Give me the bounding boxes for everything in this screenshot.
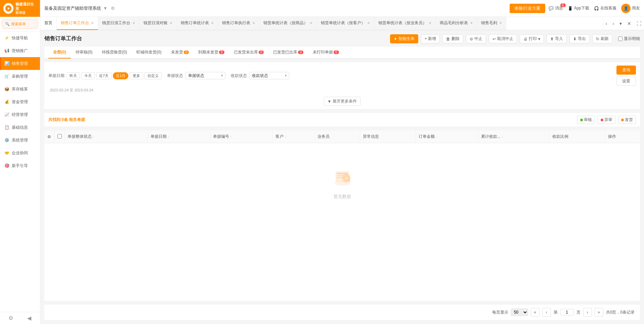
- col-date[interactable]: 单据日期: [147, 130, 210, 143]
- tab-scroll-left[interactable]: ‹: [603, 17, 610, 30]
- sidebar-item-marketing[interactable]: 📢 营销推广: [0, 44, 40, 57]
- tab-sales-workbench[interactable]: 销售订单工作台 ✕: [57, 17, 98, 30]
- col-status[interactable]: 单据整体状态: [65, 130, 147, 143]
- sidebar-item-sales[interactable]: 📊 销售管理: [0, 57, 40, 70]
- custom-date-btn[interactable]: 自定义: [144, 72, 162, 79]
- settings-icon[interactable]: ⚙: [111, 6, 115, 11]
- yesterday-btn[interactable]: 昨天: [67, 72, 80, 79]
- subtab-shipped-out[interactable]: 已发货已出库0: [268, 47, 308, 58]
- import-button[interactable]: ⬆ 导入: [547, 34, 567, 43]
- sidebar-item-inventory[interactable]: 📦 库存核算: [0, 83, 40, 95]
- tab-close-gross-profit[interactable]: ✕: [470, 21, 473, 25]
- payment-select[interactable]: 收款状态: [249, 72, 289, 79]
- ai-generate-button[interactable]: ✦ 智能生单: [390, 34, 418, 43]
- tab-sales-exec[interactable]: 销售订单执行表 ✕: [218, 17, 259, 30]
- tab-cash-reconcile[interactable]: 钱货日清对账 ✕: [139, 17, 177, 30]
- subtab-not-printed[interactable]: 未打印单据0: [308, 47, 344, 58]
- sidebar-search-area: 🔍 搜索菜单: [0, 17, 40, 32]
- tab-close-summary-product[interactable]: ✕: [310, 21, 312, 25]
- prev-page-button[interactable]: ‹: [542, 308, 551, 317]
- subtab-wangpu[interactable]: 旺铺待发货(0): [132, 47, 166, 58]
- tab-cash-daily[interactable]: 钱货日清工作台 ✕: [98, 17, 139, 30]
- last1month-btn[interactable]: 近1月: [113, 72, 128, 79]
- tab-close-summary-staff[interactable]: ✕: [429, 21, 431, 25]
- search-menu-button[interactable]: 🔍 搜索菜单: [2, 19, 38, 29]
- tab-more[interactable]: ▾: [617, 17, 625, 30]
- subtab-shipped-not-out[interactable]: 已发货未出库0: [229, 47, 269, 58]
- sidebar-item-operation[interactable]: 📈 经营管理: [0, 108, 40, 121]
- col-collected[interactable]: 累计收款...: [478, 130, 550, 143]
- col-customer[interactable]: 客户: [272, 130, 314, 143]
- status-select[interactable]: 单据状态: [185, 72, 225, 79]
- tab-close-sales-stats[interactable]: ✕: [211, 21, 214, 25]
- subtab-all[interactable]: 全部(0): [48, 47, 71, 58]
- tab-close-sales-profit[interactable]: ✕: [499, 21, 502, 25]
- subtab-pending-review[interactable]: 待审核(0): [71, 47, 97, 58]
- query-button[interactable]: 查询: [616, 66, 636, 75]
- today-btn[interactable]: 今天: [81, 72, 95, 79]
- basic-icon: 📋: [4, 124, 10, 130]
- cancel-review-action-button[interactable]: 弃审: [598, 116, 615, 124]
- payment-filter: 收款状态 收款状态: [231, 72, 289, 79]
- tab-close-cash-reconcile[interactable]: ✕: [170, 21, 172, 25]
- print-button[interactable]: 🖨 打印 ▾: [520, 34, 544, 43]
- delete-button[interactable]: 🗑 删除: [442, 34, 463, 43]
- tab-close-cash-daily[interactable]: ✕: [132, 21, 135, 25]
- tab-scroll-right[interactable]: ›: [610, 17, 617, 30]
- settings-footer-button[interactable]: ⚙: [3, 315, 19, 321]
- subtab-not-shipped[interactable]: 未发货0: [166, 47, 194, 58]
- industry-btn[interactable]: 体验行业方案: [510, 4, 545, 13]
- next-page-button[interactable]: ›: [583, 308, 592, 317]
- tab-close-all[interactable]: ✕: [625, 17, 634, 30]
- tab-sales-stats[interactable]: 销售订单统计表 ✕: [177, 17, 218, 30]
- sidebar-item-guide[interactable]: 🎯 新手引导: [0, 159, 40, 172]
- sidebar-item-quick-nav[interactable]: ⚡ 快捷导航: [0, 32, 40, 44]
- tab-sales-summary-product[interactable]: 销货单统计表（按商品） ✕: [259, 17, 317, 30]
- tab-sales-summary-customer[interactable]: 销货单统计表（按客户） ✕: [317, 17, 374, 30]
- sidebar-item-finance[interactable]: 💰 资金管理: [0, 95, 40, 108]
- col-checkbox[interactable]: [54, 130, 65, 143]
- last7days-btn[interactable]: 近7天: [96, 72, 112, 79]
- tab-close-summary-customer[interactable]: ✕: [367, 21, 370, 25]
- select-all-checkbox[interactable]: [57, 134, 62, 138]
- collapse-sidebar-button[interactable]: ◀: [22, 315, 38, 321]
- tab-maximize[interactable]: ⛶: [634, 17, 644, 30]
- tab-close-sales-exec[interactable]: ✕: [252, 21, 255, 25]
- page-number-input[interactable]: [560, 309, 574, 316]
- tab-close-sales-workbench[interactable]: ✕: [91, 21, 94, 25]
- col-staff: 业务员: [314, 130, 360, 143]
- last-page-button[interactable]: »: [595, 308, 603, 317]
- tab-home[interactable]: 首页: [40, 17, 57, 30]
- subtab-pending-inspect[interactable]: 待拣货验货(0): [97, 47, 132, 58]
- tab-sales-summary-staff[interactable]: 销货单统计表（按业务员） ✕: [374, 17, 436, 30]
- subtab-expired-not-shipped[interactable]: 到期未发货0: [194, 47, 229, 58]
- expand-more-button[interactable]: ▼ 展开更多条件: [324, 97, 361, 106]
- per-page-select[interactable]: 50 10 20 100: [511, 309, 528, 316]
- show-detail-checkbox[interactable]: 显示明细: [618, 36, 640, 42]
- col-amount[interactable]: 订单金额: [416, 130, 478, 143]
- ship-action-button[interactable]: 发货: [618, 116, 636, 124]
- sidebar-item-label: 基础信息: [12, 125, 28, 130]
- add-button[interactable]: + 新增: [421, 34, 440, 43]
- sidebar-item-purchase[interactable]: 🛒 采购管理: [0, 70, 40, 83]
- show-detail-input[interactable]: [618, 37, 622, 41]
- cancel-stop-button[interactable]: ↩ 取消中止: [489, 34, 517, 43]
- export-button[interactable]: ⬇ 导出: [569, 34, 590, 43]
- first-page-button[interactable]: «: [531, 308, 540, 317]
- online-service-button[interactable]: 🎧 在线客服: [594, 5, 616, 11]
- refresh-button[interactable]: ↻ 刷新: [592, 34, 612, 43]
- message-button[interactable]: 💬 消息 6: [549, 5, 563, 11]
- col-number[interactable]: 单据编号: [210, 130, 272, 143]
- tab-gross-profit[interactable]: 商品毛利分析表 ✕: [436, 17, 477, 30]
- stop-button[interactable]: ⊘ 中止: [466, 34, 486, 43]
- filter-settings-button[interactable]: 设置: [616, 77, 636, 86]
- sidebar-item-system[interactable]: ⚙️ 系统管理: [0, 134, 40, 147]
- more-date-btn[interactable]: 更多: [130, 72, 143, 79]
- user-profile-button[interactable]: 👤 用友: [621, 4, 640, 13]
- sidebar-item-enterprise[interactable]: 🤝 企业协同: [0, 147, 40, 159]
- app-download-button[interactable]: 📱 App下载: [568, 5, 589, 11]
- sidebar-item-basic[interactable]: 📋 基础信息: [0, 121, 40, 134]
- col-settings[interactable]: ⚙: [44, 130, 54, 143]
- tab-sales-profit[interactable]: 销售毛利 ✕: [477, 17, 506, 30]
- review-action-button[interactable]: 审核: [577, 116, 595, 124]
